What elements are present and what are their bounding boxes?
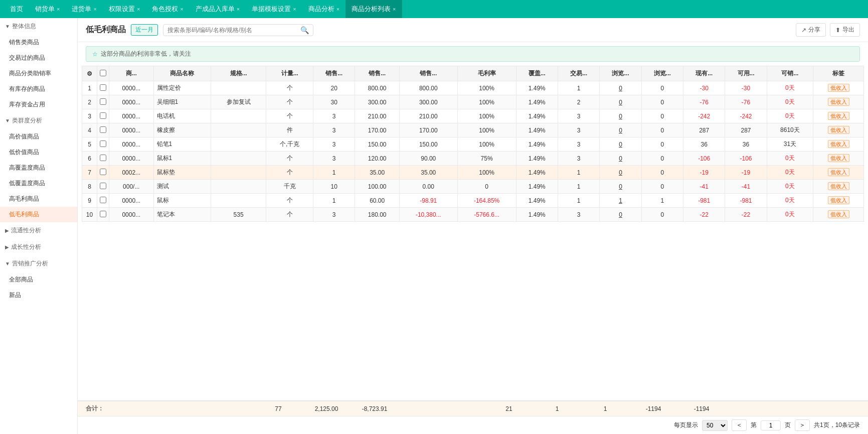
nav-product-instock[interactable]: 产成品入库单 × [190,0,246,18]
row-checkbox[interactable] [100,112,106,119]
sidebar-item-new-goods[interactable]: 新品 [0,287,77,303]
close-icon[interactable]: × [93,6,96,12]
row-name: 吴细细1 [153,95,211,109]
sidebar-item-category-rate[interactable]: 商品分类助销率 [0,66,77,81]
sidebar-item-high-value[interactable]: 高价值商品 [0,129,77,144]
row-checkbox[interactable] [100,197,106,203]
footer-sales-profit: -8,723.91 [355,405,395,412]
row-gross-margin: 75% [457,152,516,166]
col-transaction: 交易... [558,66,599,81]
sidebar-item-sales-goods[interactable]: 销售类商品 [0,35,77,50]
close-icon[interactable]: × [393,6,396,12]
close-icon[interactable]: × [293,6,296,12]
close-icon[interactable]: × [336,6,339,12]
sidebar-item-traded-goods[interactable]: 交易过的商品 [0,50,77,66]
sidebar-group-cluster[interactable]: ▼ 类群度分析 [0,112,77,129]
row-current-stock: -242 [683,109,725,123]
row-available: -22 [725,208,767,222]
row-code: 0000... [109,152,154,166]
col-unit: 计量... [266,66,313,81]
sidebar-item-stock-capital[interactable]: 库存资金占用 [0,97,77,112]
row-checkbox[interactable] [100,98,106,105]
row-browse1[interactable]: 0 [600,180,641,194]
sidebar-group-circulation[interactable]: ▶ 流通性分析 [0,222,77,239]
search-box[interactable]: 🔍 [163,24,313,36]
row-browse2: 1 [641,194,683,208]
sidebar-item-stock-goods[interactable]: 有库存的商品 [0,81,77,97]
next-page-button[interactable]: ＞ [795,419,810,431]
sidebar-item-low-coverage[interactable]: 低覆盖度商品 [0,176,77,191]
close-icon[interactable]: × [57,6,60,12]
row-checkbox-cell[interactable] [97,166,109,180]
nav-home[interactable]: 首页 [4,0,29,18]
sidebar-item-high-margin[interactable]: 高毛利商品 [0,191,77,207]
row-checkbox[interactable] [100,84,106,91]
nav-role-auth[interactable]: 角色授权 × [146,0,189,18]
row-checkbox[interactable] [100,140,106,147]
row-transaction: 2 [558,95,599,109]
row-browse1[interactable]: 0 [600,208,641,222]
export-icon: ⬆ [835,27,840,34]
close-icon[interactable]: × [137,6,140,12]
select-all-checkbox[interactable] [100,70,106,76]
row-browse1[interactable]: 0 [600,152,641,166]
export-button[interactable]: ⬆ 导出 [830,23,860,37]
close-icon[interactable]: × [237,6,240,12]
row-checkbox[interactable] [100,183,106,189]
sidebar-group-marketing[interactable]: ▼ 营销推广分析 [0,255,77,272]
row-browse1[interactable]: 1 [600,194,641,208]
col-sales-qty: 销售... [313,66,355,81]
sidebar-item-low-value[interactable]: 低价值商品 [0,144,77,160]
row-checkbox-cell[interactable] [97,81,109,95]
row-checkbox[interactable] [100,126,106,133]
col-spec: 规格... [211,66,266,81]
sidebar-group-growth[interactable]: ▶ 成长性分析 [0,239,77,255]
row-tag: 低收入 [813,123,864,137]
row-checkbox-cell[interactable] [97,180,109,194]
row-browse1[interactable]: 0 [600,109,641,123]
data-table: ⚙ 商... 商品名称 规格... 计量... 销售... 销售... 销售..… [82,66,864,222]
prev-page-button[interactable]: ＜ [732,419,747,431]
row-browse1[interactable]: 0 [600,95,641,109]
row-checkbox-cell[interactable] [97,137,109,152]
row-browse1[interactable]: 0 [600,137,641,152]
share-button[interactable]: ↗ 分享 [796,23,826,37]
row-browse1[interactable]: 0 [600,81,641,95]
row-checkbox-cell[interactable] [97,194,109,208]
sidebar-item-all-goods[interactable]: 全部商品 [0,272,77,287]
page-size-select[interactable]: 50 100 200 [702,420,728,431]
table-footer: 合计： 77 2,125.00 -8,723.91 21 1 1 -1194 -… [78,400,868,416]
row-browse1[interactable]: 0 [600,166,641,180]
sidebar-item-low-margin[interactable]: 低毛利商品 [0,207,77,222]
sidebar-item-high-coverage[interactable]: 高覆盖度商品 [0,160,77,176]
nav-sales-order[interactable]: 销货单 × [29,0,66,18]
row-checkbox-cell[interactable] [97,123,109,137]
top-navigation: 首页 销货单 × 进货单 × 权限设置 × 角色授权 × 产成品入库单 × 单据… [0,0,868,18]
search-input[interactable] [167,27,300,34]
sidebar-group-overall[interactable]: ▼ 整体信息 [0,18,77,35]
col-settings[interactable]: ⚙ [82,66,97,81]
search-icon[interactable]: 🔍 [300,26,309,34]
row-checkbox-cell[interactable] [97,208,109,222]
row-browse1[interactable]: 0 [600,123,641,137]
row-code: 0000... [109,194,154,208]
close-icon[interactable]: × [180,6,183,12]
nav-purchase-order[interactable]: 进货单 × [66,0,102,18]
row-saleable-days: 31天 [767,137,813,152]
row-sales-profit: -98.91 [399,194,457,208]
row-checkbox-cell[interactable] [97,109,109,123]
row-checkbox-cell[interactable] [97,152,109,166]
row-checkbox[interactable] [100,211,106,217]
time-filter-button[interactable]: 近一月 [131,24,158,36]
col-checkbox[interactable] [97,66,109,81]
low-income-tag: 低收入 [828,196,849,204]
nav-template-settings[interactable]: 单据模板设置 × [246,0,302,18]
nav-product-analysis-list[interactable]: 商品分析列表 × [345,0,402,18]
row-checkbox[interactable] [100,155,106,161]
row-checkbox[interactable] [100,169,106,175]
page-number-input[interactable] [761,420,781,430]
row-checkbox-cell[interactable] [97,95,109,109]
nav-product-analysis[interactable]: 商品分析 × [302,0,345,18]
nav-permission-settings[interactable]: 权限设置 × [103,0,146,18]
row-no: 10 [82,208,97,222]
